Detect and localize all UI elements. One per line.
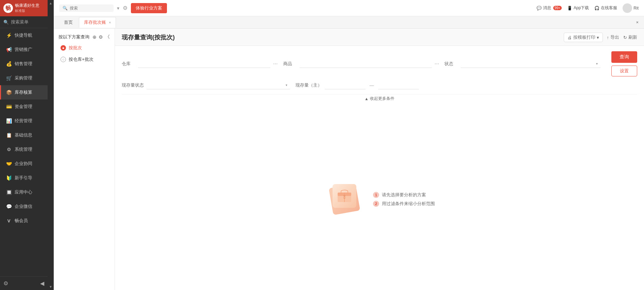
filter-row-2: 现存量状态 ▾ 现存量（主） — — [122, 81, 637, 89]
panel-close-icon[interactable]: × — [636, 20, 639, 25]
print-btn[interactable]: 🖨 按模板打印 ▾ — [564, 33, 603, 42]
inventory-status-filter-group: 现存量状态 ▾ — [122, 81, 290, 89]
sidebar-search[interactable]: 🔍 搜索菜单 — [0, 16, 48, 28]
app-download-action[interactable]: 📱 App下载 — [567, 5, 589, 11]
sidebar-item-operation[interactable]: 📊 经营管理 — [0, 114, 48, 128]
tip-num-2: 2 — [373, 201, 379, 207]
goods-more-icon[interactable]: ··· — [435, 61, 439, 67]
scheme-item-warehouse-batch[interactable]: ○ 按仓库+批次 — [54, 54, 115, 65]
settings-icon[interactable]: ⚙ — [123, 5, 128, 11]
app-icon: 🔲 — [6, 189, 12, 195]
warehouse-label: 仓库 — [122, 61, 135, 67]
online-service-action[interactable]: 🎧 在线客服 — [594, 5, 617, 11]
status-label: 状态 — [444, 61, 458, 67]
sidebar-item-sales[interactable]: 💰 销售管理 — [0, 57, 48, 71]
messages-badge: 99+ — [553, 6, 562, 10]
sidebar-item-vip[interactable]: V 畅会员 — [0, 214, 48, 228]
main-area: 🔍 ▾ ⚙ 体验行业方案 💬 消息 99+ 📱 App下载 🎧 在线客服 — [54, 0, 644, 290]
online-service-label: 在线客服 — [601, 5, 617, 11]
search-input[interactable] — [70, 6, 110, 11]
refresh-btn[interactable]: ↻ 刷新 — [623, 34, 637, 40]
topbar-search-box[interactable]: 🔍 — [59, 4, 114, 12]
warehouse-input[interactable] — [138, 60, 270, 68]
empty-state: 1 请先选择要分析的方案 2 用过滤条件来缩小分析范围 — [115, 108, 644, 290]
sidebar-item-guide[interactable]: 🔰 新手引导 — [0, 171, 48, 185]
sidebar-item-purchase[interactable]: 🛒 采购管理 — [0, 71, 48, 85]
dropdown-icon[interactable]: ▾ — [117, 5, 119, 11]
sidebar-item-system[interactable]: ⚙ 系统管理 — [0, 142, 48, 157]
inventory-status-chevron-icon: ▾ — [286, 83, 287, 87]
inventory-status-label: 现存量状态 — [122, 82, 144, 88]
tabbar: 首页 库存批次账 × × — [54, 16, 644, 29]
print-arrow-icon: ▾ — [597, 35, 599, 40]
tab-inventory-batch[interactable]: 库存批次账 × — [79, 17, 116, 28]
home-tab-label: 首页 — [64, 19, 73, 25]
svg-point-5 — [343, 195, 345, 197]
sidebar-footer: ⚙ ◀ — [0, 276, 48, 290]
message-icon: 💬 — [537, 6, 542, 11]
sidebar-item-label: 库存核算 — [15, 89, 32, 95]
sidebar-item-basic[interactable]: 📋 基础信息 — [0, 128, 48, 142]
search-icon: 🔍 — [3, 20, 9, 25]
add-scheme-icon[interactable]: ⊕ — [92, 34, 97, 40]
brand-name: 畅康通好生意 — [15, 3, 39, 8]
settings-icon[interactable]: ⚙ — [3, 280, 8, 287]
tab-close-icon[interactable]: × — [109, 20, 111, 24]
sidebar-header: 畅 畅康通好生意 标准版 — [0, 0, 48, 16]
operation-icon: 📊 — [6, 118, 12, 124]
sidebar-item-label: 经营管理 — [15, 118, 32, 124]
page-header: 现存量查询(按批次) 🖨 按模板打印 ▾ ↑ 导出 ↻ 刷新 — [115, 29, 644, 46]
settings-scheme-icon[interactable]: ⚙ — [99, 34, 103, 40]
service-icon: 🎧 — [594, 6, 599, 11]
empty-illustration — [324, 179, 365, 220]
left-panel: 按以下方案查询 ⊕ ⚙ 《 ● 按批次 ○ 按仓库+批次 — [54, 29, 115, 290]
inventory-qty-label: 现存量（主） — [295, 82, 322, 88]
warehouse-more-icon[interactable]: ··· — [273, 61, 277, 67]
sidebar-item-shortcut[interactable]: ⚡ 快捷导航 — [0, 28, 48, 42]
inventory-status-select[interactable] — [149, 83, 284, 88]
basic-icon: 📋 — [6, 132, 12, 138]
sidebar-item-inventory[interactable]: 📦 库存核算 — [0, 85, 48, 99]
avatar — [623, 3, 632, 13]
sidebar-item-label: 销售管理 — [15, 61, 32, 67]
scroll-down-icon[interactable]: ▼ — [49, 285, 52, 289]
right-panel: 现存量查询(按批次) 🖨 按模板打印 ▾ ↑ 导出 ↻ 刷新 — [115, 29, 644, 290]
topbar-actions: 💬 消息 99+ 📱 App下载 🎧 在线客服 Rit — [537, 3, 639, 13]
inactive-scheme-dot: ○ — [61, 57, 66, 62]
sidebar-item-marketing[interactable]: 📢 营销推广 — [0, 42, 48, 57]
finance-icon: 💳 — [6, 104, 12, 110]
inventory-status-select-wrap[interactable]: ▾ — [147, 81, 290, 89]
inventory-qty-to-input[interactable] — [378, 81, 419, 89]
experience-btn[interactable]: 体验行业方案 — [131, 3, 167, 13]
status-select-wrap[interactable]: ▾ — [461, 60, 600, 68]
scroll-up-icon[interactable]: ▲ — [49, 1, 52, 5]
goods-input[interactable] — [300, 60, 432, 68]
empty-tips: 1 请先选择要分析的方案 2 用过滤条件来缩小分析范围 — [373, 192, 435, 207]
export-btn[interactable]: ↑ 导出 — [607, 34, 620, 40]
topbar: 🔍 ▾ ⚙ 体验行业方案 💬 消息 99+ 📱 App下载 🎧 在线客服 — [54, 0, 644, 16]
wechat-icon: 💬 — [6, 203, 12, 210]
sidebar-item-wechat[interactable]: 💬 企业微信 — [0, 199, 48, 214]
scheme-item-batch[interactable]: ● 按批次 — [54, 42, 115, 54]
filter-area: 仓库 ··· 商品 ··· 状态 — [115, 46, 644, 108]
sidebar-item-app[interactable]: 🔲 应用中心 — [0, 185, 48, 199]
warehouse-filter-group: 仓库 ··· — [122, 60, 278, 68]
messages-action[interactable]: 💬 消息 99+ — [537, 5, 562, 11]
status-select[interactable] — [463, 61, 595, 66]
sidebar-item-enterprise[interactable]: 🤝 企业协同 — [0, 157, 48, 171]
tab-home[interactable]: 首页 — [59, 17, 78, 28]
sidebar-nav: ⚡ 快捷导航 📢 营销推广 💰 销售管理 🛒 采购管理 📦 库存核算 💳 资金管… — [0, 28, 48, 276]
sidebar-item-finance[interactable]: 💳 资金管理 — [0, 99, 48, 114]
sidebar-item-label: 企业协同 — [15, 161, 32, 167]
collapse-panel-icon[interactable]: 《 — [105, 34, 110, 40]
scheme-warehouse-batch-label: 按仓库+批次 — [69, 56, 94, 62]
vip-icon: V — [6, 218, 12, 224]
filter-row-1: 仓库 ··· 商品 ··· 状态 — [122, 51, 637, 76]
query-btn[interactable]: 查询 — [611, 51, 637, 63]
collapse-filter-row[interactable]: ▲ 收起更多条件 — [122, 94, 637, 103]
collapse-sidebar-icon[interactable]: ◀ — [40, 280, 44, 287]
sales-icon: 💰 — [6, 61, 12, 67]
inventory-qty-from-input[interactable] — [325, 81, 366, 89]
user-action[interactable]: Rit — [623, 3, 639, 13]
settings-btn[interactable]: 设置 — [611, 66, 637, 76]
